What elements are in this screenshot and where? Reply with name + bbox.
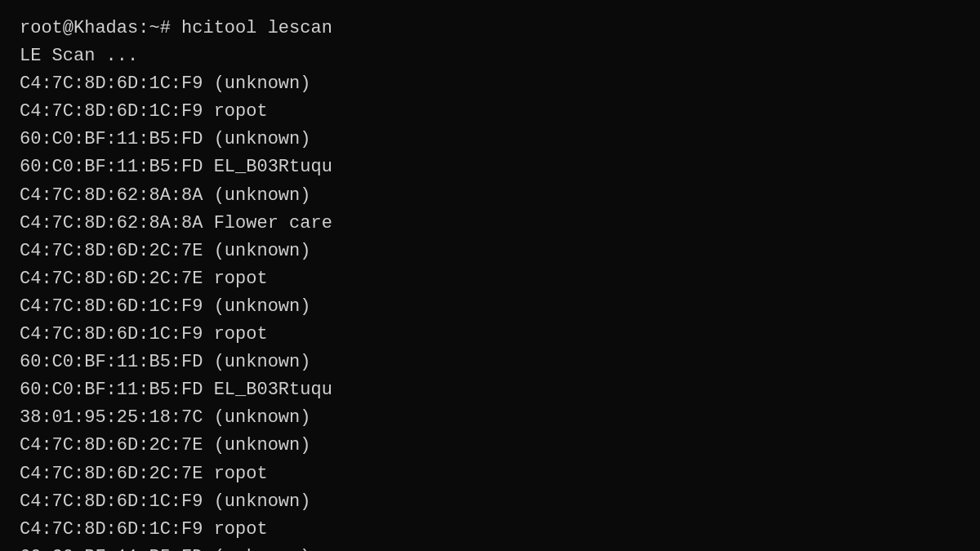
terminal-line: LE Scan ...	[20, 42, 960, 70]
terminal-line: 60:C0:BF:11:B5:FD (unknown)	[20, 349, 960, 376]
terminal-line: C4:7C:8D:6D:1C:F9 ropot	[20, 516, 960, 544]
terminal-line: 38:01:95:25:18:7C (unknown)	[20, 404, 960, 432]
terminal-line: C4:7C:8D:6D:2C:7E ropot	[20, 265, 960, 293]
terminal-line: C4:7C:8D:6D:1C:F9 (unknown)	[20, 70, 960, 98]
terminal-line: 60:C0:BF:11:B5:FD (unknown)	[20, 544, 960, 551]
terminal-line: C4:7C:8D:6D:1C:F9 ropot	[20, 321, 960, 349]
terminal-line: root@Khadas:~# hcitool lescan	[20, 15, 960, 42]
terminal-line: C4:7C:8D:6D:2C:7E (unknown)	[20, 432, 960, 460]
terminal-line: C4:7C:8D:6D:1C:F9 (unknown)	[20, 488, 960, 516]
terminal-line: C4:7C:8D:6D:1C:F9 ropot	[20, 98, 960, 126]
terminal-line: C4:7C:8D:6D:2C:7E (unknown)	[20, 238, 960, 265]
terminal-line: C4:7C:8D:6D:1C:F9 (unknown)	[20, 293, 960, 321]
terminal-container: root@Khadas:~# hcitool lescanLE Scan ...…	[20, 15, 960, 551]
terminal-line: 60:C0:BF:11:B5:FD EL_B03Rtuqu	[20, 376, 960, 404]
terminal-line: C4:7C:8D:62:8A:8A Flower care	[20, 210, 960, 238]
terminal-line: 60:C0:BF:11:B5:FD (unknown)	[20, 126, 960, 153]
terminal-line: C4:7C:8D:62:8A:8A (unknown)	[20, 182, 960, 210]
terminal-line: C4:7C:8D:6D:2C:7E ropot	[20, 460, 960, 488]
terminal-line: 60:C0:BF:11:B5:FD EL_B03Rtuqu	[20, 153, 960, 181]
